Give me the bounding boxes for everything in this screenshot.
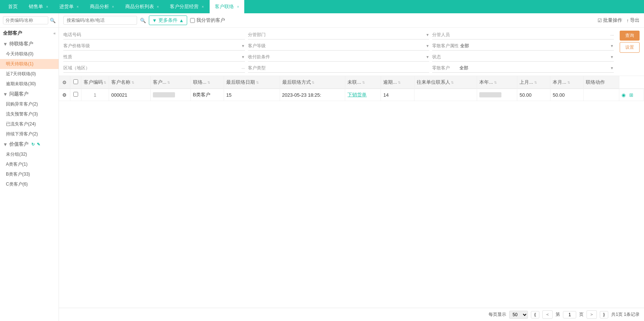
search-input[interactable] — [63, 16, 137, 25]
prev-page-btn[interactable]: ＜ — [542, 310, 553, 319]
nav-close-product-list[interactable]: × — [157, 5, 159, 9]
sidebar-item-a-class[interactable]: A类客户(1) — [0, 159, 59, 169]
page-number-input[interactable] — [563, 311, 576, 318]
nav-product-analysis[interactable]: 商品分析 × — [85, 0, 119, 13]
td-contacts: 15 — [224, 89, 280, 101]
settings-button[interactable]: 设置 — [620, 42, 640, 53]
sidebar-group-value-edit[interactable]: ✎ — [37, 142, 40, 147]
nature-dropdown-arrow[interactable]: ▼ — [241, 55, 245, 59]
adv-filter-row2: 客户价格等级 ▼ 客户等级 ▼ 零散客户属性 全部 ▼ — [63, 42, 614, 51]
export-btn[interactable]: ↑ 导出 — [627, 17, 640, 24]
sidebar-item-7days[interactable]: 近7天待联络(0) — [0, 69, 59, 79]
nav-home[interactable]: 首页 — [3, 0, 23, 13]
query-button[interactable]: 查询 — [620, 31, 640, 41]
sidebar-item-tomorrow[interactable]: 明天待联络(1) — [0, 59, 59, 69]
sidebar-group-value-refresh[interactable]: ↻ — [31, 142, 35, 147]
person-more-btn[interactable]: ··· — [610, 33, 614, 37]
th-type[interactable]: 客户... — [150, 76, 190, 89]
first-page-btn[interactable]: ⟪ — [531, 311, 539, 318]
select-all-checkbox[interactable] — [73, 79, 78, 84]
filter-retail-customer[interactable]: 零散客户 全部 ▼ — [432, 64, 614, 73]
payment-dropdown-arrow[interactable]: ▼ — [426, 55, 429, 59]
filter-payment[interactable]: 收付款条件 ▼ — [248, 53, 430, 62]
sidebar-item-overdue[interactable]: 逾期未联络(30) — [0, 79, 59, 89]
nav-close-product-analysis[interactable]: × — [112, 5, 114, 9]
retail-customer-dropdown-arrow[interactable]: ▼ — [610, 66, 614, 70]
th-contact-person[interactable]: 往来单位联系人 — [414, 76, 477, 89]
batch-op-btn[interactable]: ☑ 批量操作 — [598, 17, 622, 24]
sidebar-item-ungrouped[interactable]: 未分组(32) — [0, 149, 59, 159]
action-eye-icon[interactable]: ◉ — [622, 92, 626, 98]
customer-level-dropdown-arrow[interactable]: ▼ — [426, 44, 429, 48]
filter-status[interactable]: 状态 ▼ — [432, 53, 614, 62]
dept-dropdown-arrow[interactable]: ▼ — [426, 33, 429, 37]
my-customers-checkbox-label[interactable]: 我分管的客户 — [190, 17, 225, 24]
nav-close-customer-contact[interactable]: × — [237, 5, 239, 9]
retail-attr-dropdown-arrow[interactable]: ▼ — [610, 44, 614, 48]
th-name[interactable]: 客户名称 — [109, 76, 151, 89]
sidebar-item-repurchase-anomaly[interactable]: 回购异常客户(2) — [0, 99, 59, 109]
page-suffix: 页 — [579, 311, 584, 318]
filter-bar: 🔍 ▼ 更多条件 ▲ 我分管的客户 ☑ 批量操作 ↑ 导出 — [59, 13, 644, 28]
price-dropdown-arrow[interactable]: ▼ — [241, 44, 245, 48]
filter-dept[interactable]: 分管部门 ▼ — [248, 31, 430, 39]
th-this-year[interactable]: 本年... — [477, 76, 517, 89]
nav-close-sales[interactable]: × — [46, 5, 48, 9]
th-this-month[interactable]: 本月... — [550, 76, 584, 89]
nav-customer-tier[interactable]: 客户分层经营 × — [165, 0, 209, 13]
more-conditions-btn[interactable]: ▼ 更多条件 ▲ — [149, 15, 187, 25]
th-contacts[interactable]: 联络... — [190, 76, 224, 89]
right-actions: ☑ 批量操作 ↑ 导出 — [598, 17, 640, 24]
sidebar-search-input[interactable] — [3, 16, 48, 24]
sidebar-item-c-class[interactable]: C类客户(6) — [0, 179, 59, 189]
nav-close-purchase[interactable]: × — [77, 5, 79, 9]
th-no-contact-days[interactable]: 未联... — [345, 76, 381, 89]
th-overdue[interactable]: 逾期... — [381, 76, 414, 89]
th-checkbox[interactable] — [70, 76, 81, 89]
td-last-contact-method[interactable]: 下销货单 — [345, 89, 381, 101]
filter-price-level[interactable]: 客户价格等级 ▼ — [63, 42, 245, 51]
status-dropdown-arrow[interactable]: ▼ — [610, 55, 614, 59]
row-checkbox[interactable] — [73, 92, 78, 97]
last-page-btn[interactable]: ⟫ — [600, 311, 608, 318]
th-gear[interactable]: ⚙ — [59, 76, 70, 89]
sidebar-item-churn-warning[interactable]: 流失预警客户(3) — [0, 109, 59, 119]
sidebar-group-value[interactable]: ▼ 价值客户 ↻ ✎ — [0, 139, 59, 149]
filter-region[interactable]: 区域（地区） ··· — [63, 64, 245, 73]
sidebar-group-pending[interactable]: ▼ 待联络客户 — [0, 39, 59, 49]
sidebar-item-declining[interactable]: 持续下滑客户(2) — [0, 129, 59, 139]
filter-person[interactable]: 分管人员 ··· — [432, 31, 614, 39]
th-last-month[interactable]: 上月... — [517, 76, 550, 89]
sidebar-group-problem[interactable]: ▼ 问题客户 — [0, 89, 59, 99]
action-grid-icon[interactable]: ⊞ — [629, 92, 633, 98]
sidebar-search-icon[interactable]: 🔍 — [50, 18, 56, 23]
th-last-contact-date[interactable]: 最后联络日期 — [224, 76, 280, 89]
th-code[interactable]: 客户编码 — [81, 76, 109, 89]
region-more-btn[interactable]: ··· — [242, 66, 245, 70]
sidebar-all-customers[interactable]: 全部客户 « — [0, 28, 59, 39]
th-last-contact-method[interactable]: 最后联络方式 — [280, 76, 345, 89]
td-code: 000021 — [109, 89, 151, 101]
sidebar-item-today[interactable]: 今天待联络(0) — [0, 49, 59, 59]
nav-purchase[interactable]: 进货单 × — [54, 0, 84, 13]
th-action: 联络动作 — [584, 76, 619, 89]
sidebar-item-churned[interactable]: 已流失客户(24) — [0, 119, 59, 129]
contact-person-blurred — [479, 92, 501, 97]
filter-nature[interactable]: 性质 ▼ — [63, 53, 245, 62]
filter-retail-attr[interactable]: 零散客户属性 全部 ▼ — [432, 42, 614, 51]
search-icon[interactable]: 🔍 — [140, 18, 146, 23]
contact-method-link[interactable]: 下销货单 — [347, 92, 367, 97]
nav-customer-contact[interactable]: 客户联络 × — [210, 0, 244, 13]
sidebar-collapse-icon[interactable]: « — [53, 31, 56, 35]
td-gear[interactable]: ⚙ — [59, 89, 70, 101]
next-page-btn[interactable]: ＞ — [587, 310, 597, 319]
nav-sales[interactable]: 销售单 × — [24, 0, 53, 13]
nav-product-list[interactable]: 商品分析列表 × — [120, 0, 164, 13]
td-checkbox[interactable] — [70, 89, 81, 101]
per-page-select[interactable]: 50 20 100 — [509, 311, 528, 319]
adv-filter-panel: 电话号码 分管部门 ▼ 分管人员 ··· — [59, 28, 644, 76]
filter-customer-level[interactable]: 客户等级 ▼ — [248, 42, 430, 51]
sidebar-item-b-class[interactable]: B类客户(33) — [0, 169, 59, 179]
nav-close-customer-tier[interactable]: × — [202, 5, 204, 9]
my-customers-checkbox[interactable] — [190, 18, 195, 23]
